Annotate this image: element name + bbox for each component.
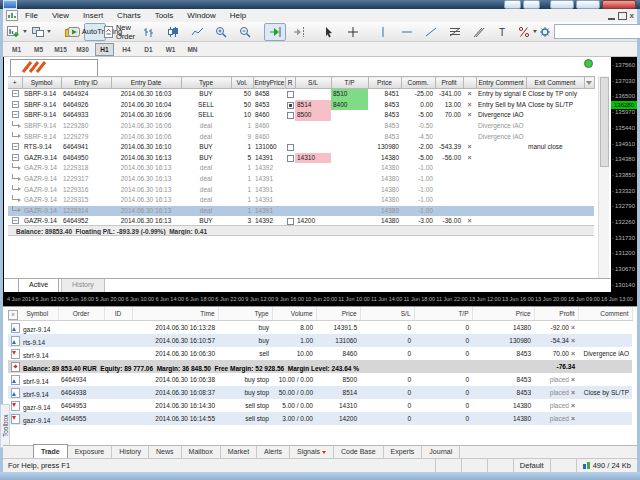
history-col-header[interactable]: Price bbox=[368, 77, 401, 89]
expert-logo-button[interactable] bbox=[10, 59, 98, 77]
history-deal-row[interactable]: GAZR-9.1412293182014.06.30 16:13deal1143… bbox=[8, 163, 594, 174]
menu-item-charts[interactable]: Charts bbox=[110, 9, 148, 22]
price-scale[interactable]: 136280 137560137030136500135970135440134… bbox=[611, 57, 637, 292]
panel-tab-history[interactable]: History bbox=[61, 279, 105, 293]
tab-mailbox[interactable]: Mailbox bbox=[182, 446, 221, 458]
menu-item-view[interactable]: View bbox=[45, 9, 76, 22]
tab-experts[interactable]: Experts bbox=[384, 446, 423, 458]
toolbox-side-tab[interactable]: Toolbox bbox=[0, 404, 10, 448]
history-deal-row[interactable]: SBRF-9.1412292802014.06.30 16:06deal1846… bbox=[8, 121, 594, 132]
new-chart-button[interactable] bbox=[6, 23, 28, 41]
toolbox-row[interactable]: gazr-9.1464649552014.06.30 16:14:55sell … bbox=[8, 412, 632, 425]
crosshair-button[interactable] bbox=[342, 23, 364, 41]
history-col-header[interactable]: R bbox=[285, 77, 295, 89]
toolbox-row[interactable]: rts-9.142014.06.30 16:10:57buy1.00131060… bbox=[8, 334, 632, 347]
mdi-minimize-icon[interactable] bbox=[608, 11, 615, 20]
history-order-row[interactable]: −SBRF-9.1464649262014.06.30 16:04SELL508… bbox=[8, 100, 594, 111]
chart-area[interactable]: +SymbolEntry IDEntry DateTypeVol.EntryPr… bbox=[3, 57, 637, 292]
history-deal-row[interactable]: GAZR-9.1412293172014.06.30 16:13deal1143… bbox=[8, 174, 594, 185]
history-order-row[interactable]: −RTS-9.1464649412014.06.30 16:10BUY11310… bbox=[8, 142, 594, 153]
history-col-header[interactable]: + bbox=[8, 77, 22, 89]
history-col-header[interactable]: Entry Date bbox=[111, 77, 181, 89]
history-col-header[interactable]: Exit Comment bbox=[526, 77, 584, 89]
auto-scroll-button[interactable] bbox=[264, 23, 286, 41]
close-icon[interactable] bbox=[602, 0, 636, 9]
history-col-header[interactable]: EntryPrice bbox=[253, 77, 285, 89]
quick-access-button-1[interactable] bbox=[504, 0, 521, 9]
toolbox-col-header[interactable]: Comment bbox=[578, 307, 632, 321]
mdi-restore-icon[interactable] bbox=[618, 12, 627, 20]
text-label-button[interactable]: T bbox=[492, 23, 514, 41]
reverse-checkbox[interactable] bbox=[287, 155, 294, 162]
reverse-checkbox[interactable] bbox=[287, 91, 294, 98]
timeframe-h1[interactable]: H1 bbox=[95, 43, 114, 56]
toolbox-row[interactable]: sbrf-9.1464649382014.06.30 16:08:37buy s… bbox=[8, 386, 632, 399]
gear-icon[interactable] bbox=[539, 26, 551, 38]
history-order-row[interactable]: −SBRF-9.1464649242014.06.30 16:03BUY5084… bbox=[8, 89, 594, 100]
menu-item-window[interactable]: Window bbox=[180, 9, 222, 22]
panel-tab-active[interactable]: Active bbox=[18, 279, 59, 293]
menu-item-help[interactable]: Help bbox=[223, 9, 253, 22]
close-position-icon[interactable]: × bbox=[569, 389, 575, 396]
history-col-header[interactable]: T/P bbox=[331, 77, 368, 89]
trendline-button[interactable] bbox=[420, 23, 442, 41]
toolbox-col-header[interactable]: Price bbox=[316, 307, 360, 321]
close-position-icon[interactable]: × bbox=[569, 337, 575, 344]
title-bar[interactable] bbox=[0, 0, 640, 9]
history-scrollbar[interactable] bbox=[598, 76, 609, 290]
history-col-header[interactable]: Profit bbox=[435, 77, 463, 89]
history-col-header[interactable]: Type bbox=[181, 77, 231, 89]
timeframe-h4[interactable]: H4 bbox=[117, 43, 136, 56]
history-deal-row[interactable]: GAZR-9.1412293162014.06.30 16:13deal1143… bbox=[8, 184, 594, 195]
toolbox-col-header[interactable]: Profit bbox=[534, 307, 578, 321]
close-position-icon[interactable]: × bbox=[467, 154, 471, 161]
toolbox-row[interactable]: gazr-9.142014.06.30 16:13:28buy8.0014391… bbox=[8, 321, 632, 335]
profiles-button[interactable] bbox=[30, 23, 52, 41]
timeframe-m5[interactable]: M5 bbox=[29, 43, 48, 56]
close-position-icon[interactable]: × bbox=[569, 350, 575, 357]
toolbox-col-header[interactable]: T/P bbox=[414, 307, 472, 321]
cursor-button[interactable] bbox=[318, 23, 340, 41]
collapse-icon[interactable]: − bbox=[12, 101, 19, 108]
scrollbar-thumb[interactable] bbox=[600, 77, 609, 167]
close-position-icon[interactable]: × bbox=[569, 415, 575, 422]
arrows-button[interactable] bbox=[516, 23, 538, 41]
new-order-button[interactable]: New Order bbox=[108, 23, 130, 41]
toolbox-balance-row[interactable]: Balance: 89 853.40 RUR Equity: 89 777.06… bbox=[8, 360, 632, 373]
menu-item-tools[interactable]: Tools bbox=[148, 9, 181, 22]
tab-market[interactable]: Market bbox=[221, 446, 257, 458]
zoom-out-button[interactable] bbox=[234, 23, 256, 41]
tab-code-base[interactable]: Code Base bbox=[334, 446, 384, 458]
toolbox-col-header[interactable]: ID bbox=[104, 307, 132, 321]
history-col-header[interactable]: Entry Comment bbox=[476, 77, 526, 89]
vertical-line-button[interactable] bbox=[372, 23, 394, 41]
tab-signals[interactable]: Signals bbox=[290, 446, 334, 458]
history-col-header[interactable] bbox=[463, 77, 476, 89]
quick-access-button-2[interactable] bbox=[523, 0, 540, 9]
history-col-header[interactable]: Vol. bbox=[231, 77, 253, 89]
reverse-checkbox[interactable] bbox=[287, 102, 294, 109]
collapse-icon[interactable]: − bbox=[12, 217, 19, 224]
tab-journal[interactable]: Journal bbox=[422, 446, 460, 458]
line-chart-mode-button[interactable] bbox=[186, 23, 208, 41]
close-position-icon[interactable]: × bbox=[467, 217, 471, 224]
toolbox-col-header[interactable]: Time bbox=[132, 307, 218, 321]
history-col-header[interactable] bbox=[584, 77, 594, 89]
collapse-icon[interactable]: − bbox=[12, 90, 19, 97]
bar-chart-mode-button[interactable] bbox=[138, 23, 160, 41]
collapse-icon[interactable]: − bbox=[12, 111, 19, 118]
timeframe-m1[interactable]: M1 bbox=[7, 43, 26, 56]
close-position-icon[interactable]: × bbox=[467, 90, 471, 97]
tab-alerts[interactable]: Alerts bbox=[257, 446, 290, 458]
fibonacci-button[interactable] bbox=[444, 23, 466, 41]
timeframe-w1[interactable]: W1 bbox=[161, 43, 180, 56]
toolbox-col-header[interactable]: Volume bbox=[272, 307, 316, 321]
history-order-row[interactable]: −GAZR-9.1464649502014.06.30 16:13BUY5143… bbox=[8, 153, 594, 164]
close-position-icon[interactable]: × bbox=[569, 402, 575, 409]
tab-history[interactable]: History bbox=[112, 446, 149, 458]
toolbox-row[interactable]: sbrf-9.1464649342014.06.30 16:06:38buy s… bbox=[8, 373, 632, 386]
time-scale[interactable]: 4 Jun 20145 Jun 12:005 Jun 16:005 Jun 20… bbox=[3, 292, 637, 306]
channel-button[interactable] bbox=[468, 23, 490, 41]
timeframe-d1[interactable]: D1 bbox=[139, 43, 158, 56]
history-col-header[interactable]: Symbol bbox=[22, 77, 61, 89]
